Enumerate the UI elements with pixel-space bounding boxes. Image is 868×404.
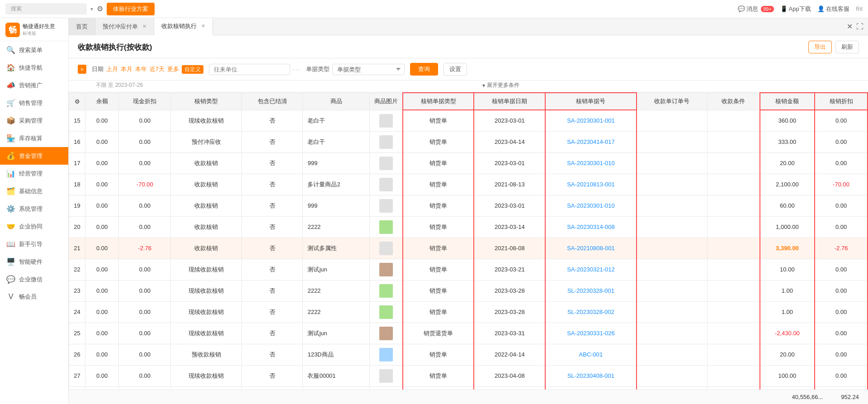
row-balance: 0.00 xyxy=(85,152,119,174)
sidebar-item-purchase[interactable]: 📦 采购管理 xyxy=(0,112,68,129)
row-id: 27 xyxy=(69,365,85,386)
app-download-link[interactable]: 📱 App下载 xyxy=(780,5,811,13)
row-goods-img xyxy=(369,280,403,301)
tab-close-writeoff[interactable]: ✕ xyxy=(201,23,205,29)
sidebar-item-finance[interactable]: 💰 资金管理 xyxy=(0,147,68,165)
row-order-no xyxy=(637,259,708,280)
sidebar-item-basic[interactable]: 🗂️ 基础信息 xyxy=(0,182,68,200)
row-writeoff-type: 现续收款核销 xyxy=(171,365,241,386)
row-doc-type: 销货单 xyxy=(403,280,474,301)
filter-expand-button[interactable]: » xyxy=(78,65,86,74)
close-window-icon[interactable]: ✕ xyxy=(847,22,853,31)
table-row: 15 0.00 0.00 现续收款核销 否 老白干 销货单 2023-03-01… xyxy=(69,110,868,131)
row-id: 23 xyxy=(69,280,85,301)
row-doc-no[interactable]: SA-20230331-026 xyxy=(545,323,636,344)
row-doc-no[interactable]: SA-20230314-008 xyxy=(545,216,636,238)
row-goods: 2222 xyxy=(303,280,369,301)
row-doc-no[interactable]: SL-20230328-002 xyxy=(545,301,636,323)
row-cash-discount: 0.00 xyxy=(119,131,171,152)
col-settings-header[interactable]: ⚙ xyxy=(69,93,85,110)
row-doc-no[interactable]: SL-20230328-001 xyxy=(545,280,636,301)
filter-bar: » 日期 上月 本月 本年 近7天 更多 自定义 ··· 单据类型 xyxy=(69,58,868,81)
tab-close-prepay[interactable]: ✕ xyxy=(142,24,146,29)
top-bar: 搜索 ▾ ⚙ 体验行业方案 💬 消息 99+ 📱 App下载 👤 在线客服 Ri… xyxy=(0,0,868,18)
goods-image xyxy=(379,135,393,149)
date-7-days[interactable]: 近7天 xyxy=(150,65,165,73)
goods-image xyxy=(379,157,393,170)
sidebar-item-inventory[interactable]: 🏪 库存核算 xyxy=(0,129,68,147)
row-doc-type: 销货单 xyxy=(403,152,474,174)
row-doc-no[interactable]: ABC-001 xyxy=(545,344,636,365)
col-payment-cond-header: 收款条件 xyxy=(708,93,760,110)
row-doc-no[interactable]: SL-20230408-001 xyxy=(545,365,636,386)
col-doc-no-header: 核销单据号 xyxy=(545,93,636,110)
row-goods-img xyxy=(369,301,403,323)
date-this-month[interactable]: 本月 xyxy=(121,65,132,73)
sidebar-item-hardware[interactable]: 🖥️ 智能硬件 xyxy=(0,253,68,271)
row-balance: 0.00 xyxy=(85,195,119,216)
date-this-year[interactable]: 本年 xyxy=(135,65,147,73)
row-id: 20 xyxy=(69,216,85,238)
table-area[interactable]: ⚙ 余额 现金折扣 核销类型 包含已结清 商品 商品图片 核销单据类型 核销单据… xyxy=(69,92,868,404)
row-writeoff-type: 收款核销 xyxy=(171,238,241,259)
date-more[interactable]: 更多 xyxy=(167,65,179,73)
settings-gear-icon[interactable]: ⚙ xyxy=(97,5,103,13)
refresh-button[interactable]: 刷新 xyxy=(835,41,859,53)
row-doc-no[interactable]: SA-20210813-001 xyxy=(545,174,636,195)
sidebar-item-collab[interactable]: 🤝 企业协同 xyxy=(0,218,68,235)
row-doc-no[interactable]: SA-20230321-012 xyxy=(545,259,636,280)
dropdown-arrow-icon[interactable]: ▾ xyxy=(90,6,93,12)
setting-button[interactable]: 设置 xyxy=(443,63,467,76)
partner-input[interactable] xyxy=(209,64,290,75)
row-writeoff-amount: 360.00 xyxy=(760,110,815,131)
row-doc-no[interactable]: SA-20230301-001 xyxy=(545,110,636,131)
page-actions: 导出 刷新 xyxy=(808,41,859,53)
sidebar-item-member[interactable]: V 畅会员 xyxy=(0,288,68,305)
top-search-box[interactable]: 搜索 xyxy=(5,3,87,14)
row-writeoff-discount: 0.00 xyxy=(815,323,868,344)
row-doc-no[interactable]: SA-20230414-017 xyxy=(545,131,636,152)
row-include-settled: 否 xyxy=(241,216,303,238)
row-writeoff-discount: 0.00 xyxy=(815,365,868,386)
date-label: 日期 xyxy=(92,65,104,73)
sidebar-item-quick[interactable]: 🏠 快捷导航 xyxy=(0,59,68,76)
row-balance: 0.00 xyxy=(85,365,119,386)
sidebar-item-business[interactable]: 📊 经营管理 xyxy=(0,165,68,182)
maximize-icon[interactable]: ⛶ xyxy=(856,23,863,31)
row-doc-no[interactable]: SA-20230301-010 xyxy=(545,195,636,216)
sidebar-item-wechat[interactable]: 💬 企业微信 xyxy=(0,271,68,288)
data-table: ⚙ 余额 现金折扣 核销类型 包含已结清 商品 商品图片 核销单据类型 核销单据… xyxy=(69,92,868,404)
sidebar-item-system[interactable]: ⚙️ 系统管理 xyxy=(0,200,68,218)
tab-home[interactable]: 首页 xyxy=(69,18,95,35)
filter-sub-bar: 不限 至 2023-07-26 ▾ 展开更多条件 xyxy=(69,81,868,92)
row-writeoff-amount: 20.00 xyxy=(760,152,815,174)
export-button[interactable]: 导出 xyxy=(808,41,832,53)
message-icon[interactable]: 💬 消息 99+ xyxy=(738,5,774,13)
row-order-no xyxy=(637,365,708,386)
main-content: 首页 预付冲应付单 ✕ 收款核销执行 ✕ ✕ ⛶ 收款核销执行(按收款) 导出 xyxy=(69,18,868,404)
row-doc-no[interactable]: SA-20230301-010 xyxy=(545,152,636,174)
tab-writeoff[interactable]: 收款核销执行 ✕ xyxy=(154,18,213,35)
row-id: 17 xyxy=(69,152,85,174)
online-service-link[interactable]: 👤 在线客服 xyxy=(817,5,850,13)
logo-text: 畅捷通好生意 标准版 xyxy=(23,23,55,37)
table-row: 20 0.00 0.00 收款核销 否 2222 销货单 2023-03-14 … xyxy=(69,216,868,238)
query-button[interactable]: 查询 xyxy=(410,63,438,76)
doctype-select[interactable]: 单据类型 xyxy=(332,64,405,75)
row-doc-no[interactable]: SA-20210808-001 xyxy=(545,238,636,259)
expand-more-button[interactable]: ▾ 展开更多条件 xyxy=(482,81,519,89)
row-writeoff-type: 现续收款核销 xyxy=(171,323,241,344)
industry-solution-button[interactable]: 体验行业方案 xyxy=(107,3,155,15)
main-layout: 畅 畅捷通好生意 标准版 🔍 搜索菜单 🏠 快捷导航 📣 营销推广 🛒 销售管理… xyxy=(0,18,868,404)
sidebar-item-search[interactable]: 🔍 搜索菜单 xyxy=(0,41,68,59)
book-icon: 📖 xyxy=(6,240,15,248)
tab-prepay[interactable]: 预付冲应付单 ✕ xyxy=(95,18,154,35)
monitor-icon: 🖥️ xyxy=(6,257,15,266)
sidebar-item-marketing[interactable]: 📣 营销推广 xyxy=(0,76,68,94)
row-order-no xyxy=(637,238,708,259)
date-last-month[interactable]: 上月 xyxy=(106,65,118,73)
date-custom-badge[interactable]: 自定义 xyxy=(182,65,203,74)
row-include-settled: 否 xyxy=(241,152,303,174)
sidebar-item-sales[interactable]: 🛒 销售管理 xyxy=(0,94,68,112)
sidebar-item-guide[interactable]: 📖 新手引导 xyxy=(0,235,68,253)
